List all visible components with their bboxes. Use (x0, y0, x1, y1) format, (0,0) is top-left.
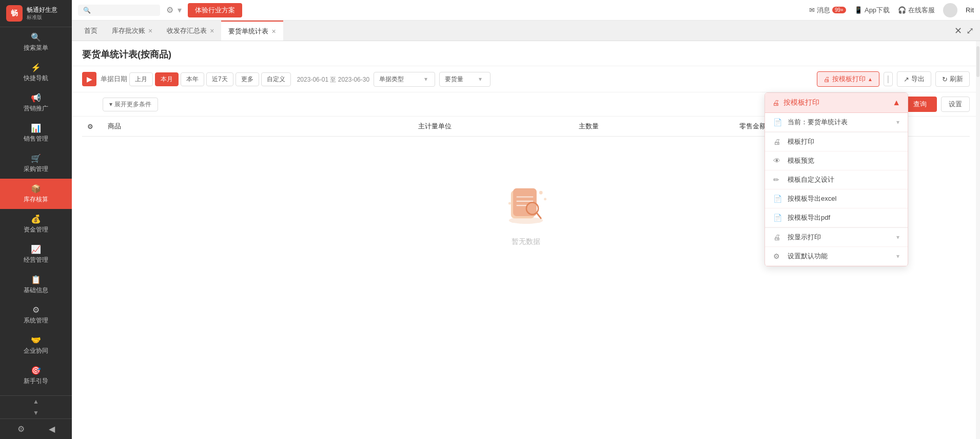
close-tab-btn[interactable]: ✕ (952, 25, 964, 36)
topbar-right: ✉ 消息 99+ 📱 App下载 🎧 在线客服 Rit (809, 3, 974, 17)
col-settings[interactable]: ⚙ (82, 123, 103, 130)
refresh-btn-label: 刷新 (950, 74, 963, 84)
trial-button[interactable]: 体验行业方案 (188, 3, 242, 17)
set-default-arrow-icon: ▾ (896, 253, 899, 260)
dropdown-close-btn[interactable]: ▲ (892, 98, 900, 107)
search-icon: 🔍 (31, 32, 41, 42)
doc-type-arrow-icon: ▾ (424, 75, 427, 83)
sidebar-item-marketing[interactable]: 📢 营销推广 (0, 88, 72, 118)
gear-icon: ⚙ (32, 305, 40, 315)
dropdown-item-set-default[interactable]: ⚙ 设置默认功能 ▾ (765, 247, 908, 266)
template-preview-label: 模板预览 (788, 156, 899, 165)
sidebar-nav: 🔍 搜索菜单 ⚡ 快捷导航 📢 营销推广 📊 销售管理 🛒 采购管理 📦 库存核… (0, 27, 72, 395)
sidebar-item-label: 新手引导 (24, 377, 48, 386)
sidebar-item-finance[interactable]: 💰 资金管理 (0, 209, 72, 239)
date-btn-7days[interactable]: 近7天 (206, 72, 233, 86)
tab-inventory-batch-label: 库存批次账 (112, 26, 145, 35)
settings-btn[interactable]: 设置 (941, 97, 970, 112)
sidebar-item-label: 企业协同 (24, 347, 48, 355)
expand-label: 展开更多条件 (114, 100, 151, 109)
sidebar-item-purchase[interactable]: 🛒 采购管理 (0, 148, 72, 179)
sidebar-item-inventory[interactable]: 📦 库存核算 (0, 179, 72, 209)
doc-type-select[interactable]: 单据类型 ▾ (374, 72, 435, 87)
conditions-left: ▾ 展开更多条件 (103, 98, 158, 111)
sidebar-footer: ⚙ ◀ (0, 418, 72, 439)
dropdown-current-item[interactable]: 📄 当前：要货单统计表 ▾ (765, 113, 908, 132)
sidebar-item-sales[interactable]: 📊 销售管理 (0, 118, 72, 148)
sidebar-item-label: 销售管理 (24, 135, 48, 143)
expand-icon: ▾ (109, 101, 112, 108)
sidebar-item-operations[interactable]: 📈 经营管理 (0, 239, 72, 270)
date-range-text: 2023-06-01 至 2023-06-30 (297, 75, 369, 84)
tab-inventory-batch[interactable]: 库存批次账 × (105, 21, 160, 41)
sidebar-item-label: 搜索菜单 (24, 44, 48, 52)
lightning-icon: ⚡ (31, 63, 41, 72)
tab-order-summary[interactable]: 要货单统计表 × (221, 21, 283, 41)
date-btn-custom[interactable]: 自定义 (261, 72, 291, 86)
sidebar-item-apps[interactable]: 🔲 应用中心 (0, 391, 72, 395)
empty-text: 暂无数据 (512, 237, 540, 246)
date-btn-this-year[interactable]: 本年 (181, 72, 204, 86)
dropdown-panel-header: 🖨 按模板打印 ▲ (765, 93, 908, 113)
sidebar-item-search[interactable]: 🔍 搜索菜单 (0, 27, 72, 58)
topbar-gear-icon[interactable]: ⚙ (166, 5, 173, 15)
logo-icon: 畅 (6, 5, 23, 22)
svg-point-10 (508, 202, 511, 205)
print-dropdown-panel: 🖨 按模板打印 ▲ 📄 当前：要货单统计表 ▾ 🖨 模板打印 👁 模板预览 (765, 92, 908, 266)
sidebar-item-basic[interactable]: 📋 基础信息 (0, 270, 72, 300)
sidebar-scroll-up[interactable]: ▲ (0, 395, 72, 407)
tab-order-summary-label: 要货单统计表 (228, 27, 268, 36)
sidebar-item-label: 基础信息 (24, 286, 48, 295)
date-btn-this-month[interactable]: 本月 (155, 72, 179, 86)
tab-receivable[interactable]: 收发存汇总表 × (160, 21, 221, 41)
template-print-label: 模板打印 (788, 137, 899, 146)
handshake-icon: 🤝 (31, 335, 41, 345)
export-btn[interactable]: ↗ 导出 (897, 71, 931, 87)
sidebar-item-label: 库存核算 (24, 195, 48, 204)
dropdown-item-template-excel[interactable]: 📄 按模板导出excel (765, 189, 908, 208)
sidebar-scroll-down[interactable]: ▼ (0, 407, 72, 418)
settings-footer-btn[interactable]: ⚙ (17, 424, 25, 434)
dropdown-item-template-preview[interactable]: 👁 模板预览 (765, 151, 908, 170)
dropdown-item-template-print[interactable]: 🖨 模板打印 (765, 132, 908, 151)
dropdown-item-template-pdf[interactable]: 📄 按模板导出pdf (765, 208, 908, 227)
avatar[interactable] (943, 3, 957, 17)
template-excel-icon: 📄 (773, 195, 782, 203)
online-service-btn[interactable]: 🎧 在线客服 (898, 6, 935, 15)
sidebar-item-collab[interactable]: 🤝 企业协同 (0, 330, 72, 360)
date-btn-last-month[interactable]: 上月 (129, 72, 153, 86)
print-btn[interactable]: 🖨 按模板打印 ▲ (817, 71, 879, 87)
sidebar-item-system[interactable]: ⚙ 系统管理 (0, 300, 72, 330)
right-scrollbar[interactable] (976, 41, 980, 439)
tab-inventory-batch-close[interactable]: × (148, 27, 152, 34)
cart-icon: 🛒 (31, 154, 41, 163)
yaohuo-filter[interactable]: 要货量 ▾ (439, 72, 491, 87)
divider-icon[interactable]: | (884, 72, 893, 86)
collapse-footer-btn[interactable]: ◀ (49, 424, 55, 434)
topbar-chevron-icon[interactable]: ▾ (178, 5, 182, 15)
tab-order-summary-close[interactable]: × (271, 28, 276, 35)
refresh-btn[interactable]: ↻ 刷新 (935, 71, 970, 87)
sidebar-item-label: 资金管理 (24, 225, 48, 234)
tab-home-label: 首页 (84, 26, 97, 35)
expand-conditions-btn[interactable]: ▾ 展开更多条件 (103, 98, 158, 111)
dropdown-item-display-print[interactable]: 🖨 按显示打印 ▾ (765, 228, 908, 247)
scrollbar-thumb (976, 46, 979, 77)
tab-home[interactable]: 首页 (77, 21, 105, 41)
export-icon: ↗ (904, 75, 909, 83)
sidebar-item-quick-nav[interactable]: ⚡ 快捷导航 (0, 58, 72, 88)
sidebar-item-guide[interactable]: 🎯 新手引导 (0, 360, 72, 391)
tab-receivable-close[interactable]: × (210, 27, 214, 34)
username: Rit (966, 6, 974, 14)
message-btn[interactable]: ✉ 消息 99+ (809, 6, 846, 15)
date-filter-label: 单据日期 (101, 74, 127, 84)
maximize-tab-btn[interactable]: ⤢ (964, 25, 976, 36)
date-btn-more[interactable]: 更多 (236, 72, 259, 86)
expand-icon-btn[interactable]: ▶ (82, 72, 96, 86)
dropdown-item-template-design[interactable]: ✏ 模板自定义设计 (765, 170, 908, 189)
display-print-arrow-icon: ▾ (896, 234, 899, 241)
app-download-btn[interactable]: 📱 App下载 (854, 6, 890, 15)
template-pdf-label: 按模板导出pdf (788, 213, 899, 222)
template-design-icon: ✏ (773, 176, 782, 184)
topbar-search[interactable]: 🔍 (78, 5, 160, 16)
